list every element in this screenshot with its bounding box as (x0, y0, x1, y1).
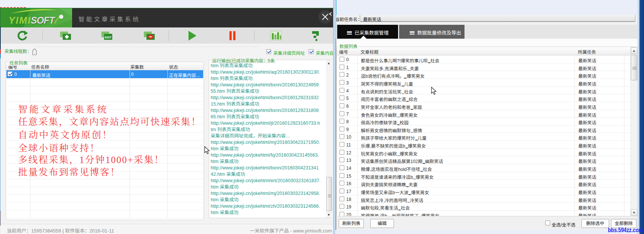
svg-text:YIMI: YIMI (9, 15, 31, 26)
svg-text:EDIT: EDIT (105, 36, 112, 39)
svg-text:SOFT: SOFT (31, 15, 56, 26)
